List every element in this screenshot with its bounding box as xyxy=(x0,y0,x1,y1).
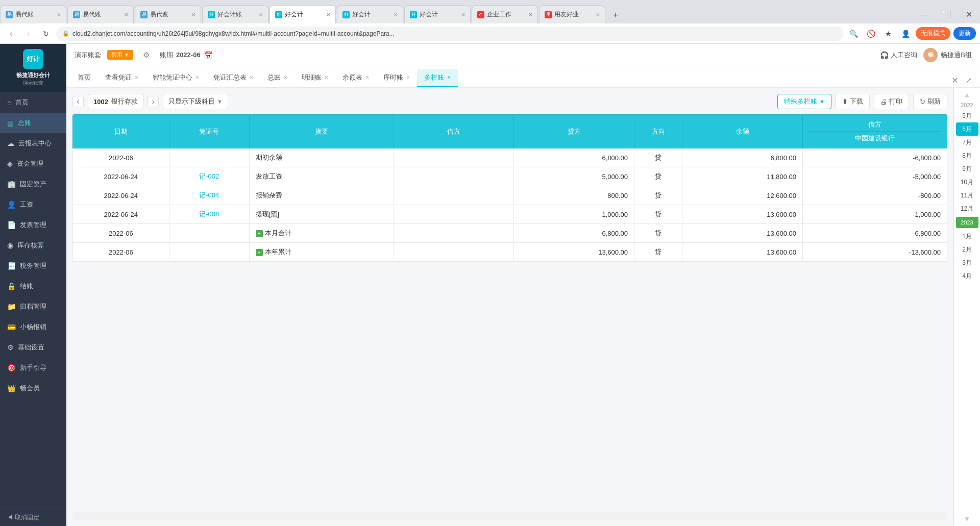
search-icon[interactable]: 🔍 xyxy=(846,27,861,41)
demo-badge[interactable]: 禁用 ▼ xyxy=(107,50,133,60)
tab-sequence-ledger[interactable]: 序时账 × xyxy=(376,69,417,87)
sidebar-label-close: 结账 xyxy=(20,282,33,291)
tab-smart-voucher-close[interactable]: × xyxy=(195,74,199,81)
cal-month-jul[interactable]: 7月 xyxy=(956,136,978,149)
tab-balance[interactable]: 余额表 × xyxy=(335,69,376,87)
url-bar[interactable]: 🔒 cloud2.chanjet.com/accounting/uh26t264… xyxy=(56,27,843,41)
browser-tab-6[interactable]: 好 好会计 × xyxy=(337,5,403,23)
tab-close-8[interactable]: × xyxy=(528,11,532,18)
account-next-button[interactable]: › xyxy=(148,96,159,107)
calendar-collapse-top[interactable]: ▲ xyxy=(961,90,973,100)
maximize-button[interactable]: ⬜ xyxy=(935,5,958,23)
browser-tab-1[interactable]: 易 易代账 × xyxy=(0,5,66,23)
calendar-collapse-bottom[interactable]: ▼ xyxy=(961,514,973,524)
consult-button[interactable]: 🎧 人工咨询 xyxy=(880,51,917,60)
nav-forward-button[interactable]: › xyxy=(21,27,36,41)
tab-close-2[interactable]: × xyxy=(124,11,128,18)
cal-month-2023-mar[interactable]: 3月 xyxy=(956,256,978,269)
cal-month-may[interactable]: 5月 xyxy=(956,109,978,122)
expand-panel-button[interactable]: ⤢ xyxy=(962,73,976,87)
tab-view-voucher[interactable]: 查看凭证 × xyxy=(98,69,145,87)
cal-month-2023-apr[interactable]: 4月 xyxy=(956,269,978,283)
tab-general-ledger-close[interactable]: × xyxy=(284,74,287,81)
tab-close-5[interactable]: × xyxy=(326,11,330,18)
browser-tab-7[interactable]: 好 好会计 × xyxy=(404,5,471,23)
minimize-button[interactable]: — xyxy=(913,5,935,23)
tab-close-3[interactable]: × xyxy=(191,11,195,18)
cal-month-aug[interactable]: 8月 xyxy=(956,149,978,162)
account-prev-button[interactable]: ‹ xyxy=(72,96,84,107)
tab-smart-voucher[interactable]: 智能凭证中心 × xyxy=(145,69,206,87)
calendar-icon[interactable]: 📅 xyxy=(204,51,212,59)
close-panel-button[interactable]: ✕ xyxy=(947,73,962,87)
sidebar-item-close-account[interactable]: 🔒 结账 xyxy=(0,276,66,296)
cal-month-sep[interactable]: 9月 xyxy=(956,162,978,176)
filter-dropdown[interactable]: 只显示下级科目 ▼ xyxy=(163,94,228,109)
sidebar-item-cloud-report[interactable]: ☁ 云报表中心 xyxy=(0,133,66,154)
tab-general-ledger[interactable]: 总账 × xyxy=(260,69,295,87)
sidebar-item-fixed-asset[interactable]: 🏢 固定资产 xyxy=(0,174,66,194)
sidebar-item-invoice[interactable]: 📄 发票管理 xyxy=(0,215,66,235)
sidebar-item-fund[interactable]: ◈ 资金管理 xyxy=(0,154,66,174)
nav-refresh-button[interactable]: ↻ xyxy=(39,27,53,41)
sidebar-item-tax[interactable]: 🧾 税务管理 xyxy=(0,256,66,276)
sidebar-item-guide[interactable]: 🎯 新手引导 xyxy=(0,358,66,378)
browser-tab-5[interactable]: 好 好会计 × xyxy=(270,5,336,23)
tab-voucher-summary[interactable]: 凭证汇总表 × xyxy=(206,69,260,87)
tab-close-1[interactable]: × xyxy=(57,11,61,18)
profile-icon[interactable]: 👤 xyxy=(898,27,913,41)
tab-balance-close[interactable]: × xyxy=(365,74,369,81)
browser-tab-8[interactable]: C 企业工作 × xyxy=(472,5,538,23)
tab-detail-ledger[interactable]: 明细账 × xyxy=(295,69,335,87)
tab-view-voucher-close[interactable]: × xyxy=(135,74,138,81)
tab-multi-column-close[interactable]: × xyxy=(447,74,451,81)
browser-tab-4[interactable]: 好 好会计账 × xyxy=(202,5,268,23)
sidebar-item-expense[interactable]: 💳 小畅报销 xyxy=(0,317,66,337)
tab-close-4[interactable]: × xyxy=(259,11,263,18)
refresh-button[interactable]: ↻ 刷新 xyxy=(913,94,947,109)
browser-tab-2[interactable]: 易 易代账 × xyxy=(67,5,134,23)
browser-tab-9[interactable]: 用 用友好业 × xyxy=(539,5,605,23)
multi-col-button[interactable]: 特殊多栏账 ▼ xyxy=(777,94,831,109)
nav-back-button[interactable]: ‹ xyxy=(4,27,18,41)
tab-close-6[interactable]: × xyxy=(394,11,398,18)
sidebar-item-basic-settings[interactable]: ⚙ 基础设置 xyxy=(0,337,66,358)
cal-month-nov[interactable]: 11月 xyxy=(956,189,978,202)
sidebar-item-membership[interactable]: 👑 畅会员 xyxy=(0,378,66,398)
cal-year-2023[interactable]: 2023 xyxy=(956,217,978,228)
sidebar-item-archive[interactable]: 📁 归档管理 xyxy=(0,296,66,317)
update-button[interactable]: 更新 xyxy=(953,27,976,40)
sidebar-item-home[interactable]: ⌂ 首页 xyxy=(0,92,66,113)
account-selector[interactable]: 1002 银行存款 xyxy=(88,94,143,109)
tab-voucher-summary-close[interactable]: × xyxy=(250,74,253,81)
tab-detail-ledger-close[interactable]: × xyxy=(325,74,328,81)
cal-month-2023-jan[interactable]: 1月 xyxy=(956,230,978,243)
tab-sequence-ledger-close[interactable]: × xyxy=(406,74,410,81)
tab-home[interactable]: 首页 xyxy=(70,69,98,87)
browser-tab-3[interactable]: 易 易代账 × xyxy=(135,5,201,23)
settings-gear-button[interactable]: ⚙ xyxy=(139,48,154,62)
user-info[interactable]: 畅 畅捷通B组 xyxy=(923,48,972,62)
cal-month-2023-feb[interactable]: 2月 xyxy=(956,243,978,256)
sidebar-item-payroll[interactable]: 👤 工资 xyxy=(0,194,66,215)
cal-month-oct[interactable]: 10月 xyxy=(956,176,978,189)
print-button[interactable]: 🖨 打印 xyxy=(874,94,909,109)
sidebar-item-general-ledger[interactable]: ▦ 总账 xyxy=(0,113,66,133)
no-track-icon[interactable]: 🚫 xyxy=(864,27,878,41)
bookmark-icon[interactable]: ★ xyxy=(881,27,895,41)
cell-voucher-2[interactable]: 记-002 xyxy=(169,167,249,186)
cell-voucher-4[interactable]: 记-006 xyxy=(169,205,249,224)
sidebar-footer-pin[interactable]: ◀ 取消固定 xyxy=(0,509,66,526)
cell-voucher-3[interactable]: 记-004 xyxy=(169,186,249,205)
tab-close-9[interactable]: × xyxy=(596,11,600,18)
sidebar-item-inventory[interactable]: ◉ 库存核算 xyxy=(0,235,66,256)
download-button[interactable]: ⬇ 下载 xyxy=(836,94,870,109)
stealth-mode-button[interactable]: 无痕模式 xyxy=(916,27,950,40)
tab-close-7[interactable]: × xyxy=(461,11,465,18)
cal-month-dec[interactable]: 12月 xyxy=(956,202,978,215)
scroll-bottom[interactable] xyxy=(72,512,947,520)
close-window-button[interactable]: ✕ xyxy=(958,5,980,23)
add-tab-button[interactable]: + xyxy=(607,7,624,23)
cal-month-jun[interactable]: 6月 xyxy=(956,122,978,136)
tab-multi-column[interactable]: 多栏账 × xyxy=(417,69,458,87)
